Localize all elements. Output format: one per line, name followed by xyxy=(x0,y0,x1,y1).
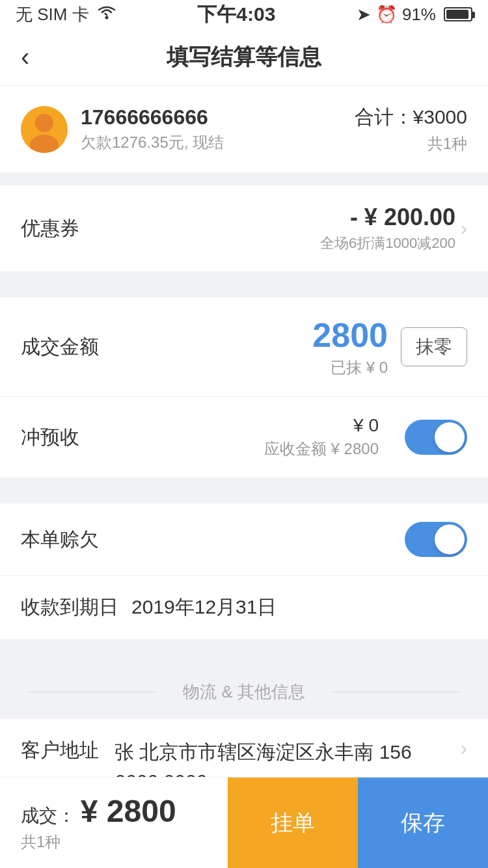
arrears-row: 本单赊欠 xyxy=(0,504,488,575)
nav-bar: ‹ 填写结算等信息 xyxy=(0,29,488,86)
customer-phone: 17666666666 xyxy=(81,105,224,129)
bottom-bar: 成交： ¥ 2800 共1种 挂单 保存 xyxy=(0,777,488,868)
svg-point-2 xyxy=(35,114,53,132)
bottom-deal-label: 成交： xyxy=(21,806,75,826)
deal-value-area: 2800 已抹 ¥ 0 抹零 xyxy=(312,316,467,378)
coupon-right-text: - ¥ 200.00 全场6折满1000减200 xyxy=(320,204,455,253)
prepayment-amount: ¥ 0 xyxy=(264,415,379,436)
content-area: 17666666666 欠款1276.35元, 现结 合计：¥3000 共1种 … xyxy=(0,86,488,868)
customer-total: 合计：¥3000 共1种 xyxy=(355,104,467,154)
chevron-right-icon: › xyxy=(461,217,467,239)
deal-label: 成交金额 xyxy=(21,334,99,360)
prepayment-label: 冲预收 xyxy=(21,424,79,451)
battery-icon xyxy=(444,7,472,21)
customer-sub-text: 欠款1276.35元, 现结 xyxy=(81,132,224,153)
deal-amount-stack: 2800 已抹 ¥ 0 xyxy=(312,316,388,378)
coupon-desc: 全场6折满1000减200 xyxy=(320,234,455,253)
total-value: ¥3000 xyxy=(413,106,467,128)
separator-1 xyxy=(0,284,488,297)
bottom-deal-amount: ¥ 2800 xyxy=(81,794,176,828)
customer-info: 17666666666 欠款1276.35元, 现结 xyxy=(81,105,224,153)
logistics-label: 物流 & 其他信息 xyxy=(183,681,305,703)
round-button[interactable]: 抹零 xyxy=(401,327,467,366)
alarm-icon: ⏰ xyxy=(376,5,397,25)
battery-label: 91% xyxy=(402,5,436,25)
status-time: 下午4:03 xyxy=(197,1,275,28)
coupon-label: 优惠券 xyxy=(21,215,79,242)
svg-point-0 xyxy=(105,16,108,19)
coupon-right: - ¥ 200.00 全场6折满1000减200 › xyxy=(320,204,467,253)
status-left: 无 SIM 卡 xyxy=(16,3,116,26)
deal-row: 成交金额 2800 已抹 ¥ 0 抹零 xyxy=(0,297,488,396)
arrears-section: 本单赊欠 收款到期日 2019年12月31日 xyxy=(0,504,488,639)
address-chevron-icon: › xyxy=(461,737,467,759)
status-bar: 无 SIM 卡 下午4:03 ➤ ⏰ 91% xyxy=(0,0,488,29)
total-count: 共1种 xyxy=(355,133,467,154)
deal-amount: 2800 xyxy=(312,316,388,355)
wifi-icon xyxy=(97,5,116,25)
customer-left: 17666666666 欠款1276.35元, 现结 xyxy=(21,105,224,153)
hang-button[interactable]: 挂单 xyxy=(228,778,358,868)
prepayment-right: ¥ 0 应收金额 ¥ 2800 xyxy=(264,415,467,459)
coupon-row[interactable]: 优惠券 - ¥ 200.00 全场6折满1000减200 › xyxy=(0,185,488,271)
logistics-divider: 物流 & 其他信息 xyxy=(0,665,488,719)
separator-3 xyxy=(0,652,488,665)
sim-label: 无 SIM 卡 xyxy=(16,3,89,26)
deal-amount-sub: 已抹 ¥ 0 xyxy=(312,357,388,378)
total-amount: 合计：¥3000 xyxy=(355,104,467,131)
divider-line-left xyxy=(26,692,157,692)
customer-row: 17666666666 欠款1276.35元, 现结 合计：¥3000 共1种 xyxy=(0,86,488,172)
status-right: ➤ ⏰ 91% xyxy=(357,5,472,25)
due-date-content: 收款到期日 2019年12月31日 xyxy=(21,594,277,621)
arrears-toggle[interactable] xyxy=(405,522,467,557)
address-label: 客户地址 xyxy=(21,737,99,764)
due-date-label: 收款到期日 xyxy=(21,594,118,621)
due-date-value: 2019年12月31日 xyxy=(131,594,277,621)
bottom-summary: 成交： ¥ 2800 共1种 xyxy=(0,778,228,868)
back-button[interactable]: ‹ xyxy=(21,42,60,72)
separator-2 xyxy=(0,491,488,504)
prepayment-sub: 应收金额 ¥ 2800 xyxy=(264,439,379,459)
coupon-amount: - ¥ 200.00 xyxy=(320,204,455,231)
divider-line-right xyxy=(331,692,462,692)
bottom-deal-line: 成交： ¥ 2800 xyxy=(21,793,207,829)
deal-section: 成交金额 2800 已抹 ¥ 0 抹零 冲预收 ¥ 0 应收金额 ¥ 2800 xyxy=(0,297,488,478)
save-button[interactable]: 保存 xyxy=(358,778,488,868)
bottom-count: 共1种 xyxy=(21,832,207,852)
prepayment-row: 冲预收 ¥ 0 应收金额 ¥ 2800 xyxy=(0,396,488,478)
avatar xyxy=(21,106,68,153)
total-label: 合计： xyxy=(355,106,413,128)
prepayment-toggle[interactable] xyxy=(405,420,467,455)
location-icon: ➤ xyxy=(357,5,371,25)
arrears-label: 本单赊欠 xyxy=(21,526,99,553)
due-date-row: 收款到期日 2019年12月31日 xyxy=(0,575,488,639)
prepayment-text: ¥ 0 应收金额 ¥ 2800 xyxy=(264,415,379,459)
page-title: 填写结算等信息 xyxy=(167,42,321,72)
